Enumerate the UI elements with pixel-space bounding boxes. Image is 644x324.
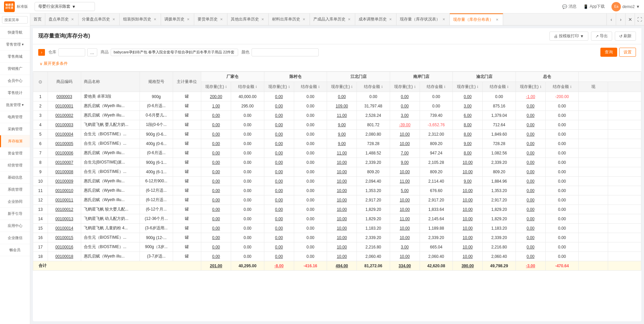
- sidebar-item-basics[interactable]: 基础信息: [0, 172, 30, 184]
- cell-chenlu-stock[interactable]: 0.00: [264, 130, 294, 139]
- sidebar-item-finance[interactable]: 资金管理: [0, 147, 30, 159]
- tab-transfer[interactable]: 调拨单历史 ✕: [161, 13, 194, 26]
- cell-total-stock[interactable]: 0.00: [516, 233, 545, 242]
- cell-yubei-stock[interactable]: 9.00: [453, 139, 483, 148]
- print-btn[interactable]: 🖨 按模板打印 ▼: [549, 32, 588, 41]
- tab-close-stocktake[interactable]: ✕: [70, 17, 75, 21]
- cell-factory-stock[interactable]: 0.00: [201, 205, 231, 214]
- sidebar-item-system[interactable]: 系统管理: [0, 184, 30, 196]
- cell-code[interactable]: 00100008: [48, 167, 81, 177]
- info-icon-5[interactable]: ℹ: [351, 85, 353, 89]
- cell-jiangbei-stock[interactable]: 10.00: [327, 205, 357, 214]
- cell-factory-stock[interactable]: 0.00: [201, 148, 231, 158]
- cell-code[interactable]: 00100010: [48, 186, 81, 195]
- cell-yubei-stock[interactable]: 6.00: [453, 111, 483, 120]
- cell-factory-stock[interactable]: 0.00: [201, 167, 231, 177]
- cell-jiangbei-stock[interactable]: 10.00: [327, 158, 357, 167]
- cell-nanan-stock[interactable]: 10.00: [390, 252, 420, 261]
- cell-factory-stock[interactable]: 0.00: [201, 224, 231, 233]
- cell-factory-stock[interactable]: 0.00: [201, 158, 231, 167]
- tab-close-all-btn[interactable]: ✕: [625, 13, 635, 26]
- tab-other-out[interactable]: 其他出库单历史 ✕: [227, 13, 269, 26]
- tab-requisition[interactable]: 要货单历史 ✕: [194, 13, 227, 26]
- cell-total-stock[interactable]: 0.00: [516, 195, 545, 205]
- cell-chenlu-stock[interactable]: 0.00: [264, 186, 294, 195]
- cell-nanan-stock[interactable]: 3.00: [390, 111, 420, 120]
- cell-chenlu-stock[interactable]: 0.00: [264, 205, 294, 214]
- cell-factory-stock[interactable]: 0.00: [201, 111, 231, 120]
- cell-chenlu-stock[interactable]: 0.00: [264, 92, 294, 101]
- cell-jiangbei-stock[interactable]: 10.00: [327, 177, 357, 186]
- cell-yubei-stock[interactable]: 0.00: [453, 92, 483, 101]
- cell-chenlu-stock[interactable]: 0.00: [264, 111, 294, 120]
- tab-close-inventory-distribution[interactable]: ✕: [495, 17, 499, 22]
- tab-close-requisition[interactable]: ✕: [219, 17, 224, 21]
- cell-nanan-stock[interactable]: 10.00: [390, 167, 420, 177]
- cell-code[interactable]: 00100015: [48, 233, 81, 242]
- cell-total-stock[interactable]: 0.00: [516, 101, 545, 111]
- tab-home[interactable]: 首页: [30, 13, 45, 26]
- cell-total-stock[interactable]: 0.00: [516, 167, 545, 177]
- cell-chenlu-stock[interactable]: 0.00: [264, 148, 294, 158]
- cell-total-stock[interactable]: 0.00: [516, 214, 545, 224]
- cell-code[interactable]: 00100006: [48, 148, 81, 158]
- cell-chenlu-stock[interactable]: 0.00: [264, 252, 294, 261]
- refresh-btn[interactable]: ↺ 刷新: [615, 32, 636, 41]
- cell-jiangbei-stock[interactable]: 11.00: [327, 148, 357, 158]
- cell-nanan-stock[interactable]: 10.00: [390, 205, 420, 214]
- cell-chenlu-stock[interactable]: 0.00: [264, 177, 294, 186]
- cell-total-stock[interactable]: 0.00: [516, 252, 545, 261]
- info-icon-11[interactable]: ℹ: [540, 85, 541, 89]
- setting-btn[interactable]: 设置: [619, 48, 636, 57]
- cell-total-stock[interactable]: 0.00: [516, 130, 545, 139]
- cell-chenlu-stock[interactable]: 0.00: [264, 233, 294, 242]
- sidebar-item-enterprise[interactable]: 企业协同: [0, 196, 30, 208]
- cell-nanan-stock[interactable]: 3.00: [390, 242, 420, 252]
- cell-factory-stock[interactable]: 200.00: [201, 92, 231, 101]
- cell-chenlu-stock[interactable]: 0.00: [264, 158, 294, 167]
- cell-nanan-stock[interactable]: 7.00: [390, 148, 420, 158]
- cell-yubei-stock[interactable]: 10.00: [453, 195, 483, 205]
- cell-jiangbei-stock[interactable]: 0.00: [327, 92, 357, 101]
- tab-close-assembly[interactable]: ✕: [153, 17, 157, 21]
- cell-jiangbei-stock[interactable]: 9.00: [327, 139, 357, 148]
- info-icon-8[interactable]: ℹ: [444, 85, 445, 89]
- cell-factory-stock[interactable]: 0.00: [201, 214, 231, 224]
- cell-total-stock[interactable]: 0.00: [516, 177, 545, 186]
- cell-code[interactable]: 0000003: [48, 92, 81, 101]
- info-icon-4[interactable]: ℹ: [318, 85, 320, 89]
- cell-chenlu-stock[interactable]: 0.00: [264, 224, 294, 233]
- cell-yubei-stock[interactable]: 10.00: [453, 167, 483, 177]
- cell-total-stock[interactable]: 0.00: [516, 120, 545, 130]
- cell-yubei-stock[interactable]: 10.00: [453, 252, 483, 261]
- cell-nanan-stock[interactable]: 5.00: [390, 186, 420, 195]
- cell-nanan-stock[interactable]: -39.00: [390, 120, 420, 130]
- cell-total-stock[interactable]: 0.00: [516, 224, 545, 233]
- info-icon-1[interactable]: ℹ: [225, 85, 227, 89]
- message-btn[interactable]: 💬 消息: [562, 4, 577, 9]
- sidebar-item-retail-stats[interactable]: 零售统计: [0, 87, 30, 99]
- cell-nanan-stock[interactable]: 0.00: [390, 101, 420, 111]
- tab-close-material-out[interactable]: ✕: [302, 17, 306, 21]
- tab-product-in[interactable]: 产成品入库单历史 ✕: [310, 13, 355, 26]
- sidebar-item-marketing[interactable]: 营销推广: [0, 63, 30, 75]
- expand-conditions-btn[interactable]: ∨ 展开更多条件: [38, 59, 636, 68]
- tab-next-btn[interactable]: ›: [616, 13, 625, 26]
- cell-factory-stock[interactable]: 1.00: [201, 101, 231, 111]
- cell-total-stock[interactable]: 0.00: [516, 242, 545, 252]
- cell-yubei-stock[interactable]: 10.00: [453, 205, 483, 214]
- tab-close-other-out[interactable]: ✕: [260, 17, 265, 21]
- cell-nanan-stock[interactable]: 10.00: [390, 195, 420, 205]
- cell-total-stock[interactable]: 0.00: [516, 205, 545, 214]
- tab-inventory-distribution[interactable]: 现存量（库存分布表） ✕: [450, 13, 503, 26]
- cell-chenlu-stock[interactable]: 0.00: [264, 242, 294, 252]
- tab-stocktake-history[interactable]: 盘点单历史 ✕: [45, 13, 78, 26]
- cell-code[interactable]: 00100011: [48, 195, 81, 205]
- cell-code[interactable]: 00100013: [48, 214, 81, 224]
- tenant-dropdown[interactable]: 母婴行业演示陈套 ▼: [35, 2, 95, 11]
- cell-factory-stock[interactable]: 0.00: [201, 139, 231, 148]
- cell-yubei-stock[interactable]: 3.00: [453, 101, 483, 111]
- sidebar-item-appcenter[interactable]: 应用中心: [0, 220, 30, 232]
- tab-qty-stocktake[interactable]: 分量盘点单历史 ✕: [78, 13, 120, 26]
- cell-jiangbei-stock[interactable]: 11.00: [327, 111, 357, 120]
